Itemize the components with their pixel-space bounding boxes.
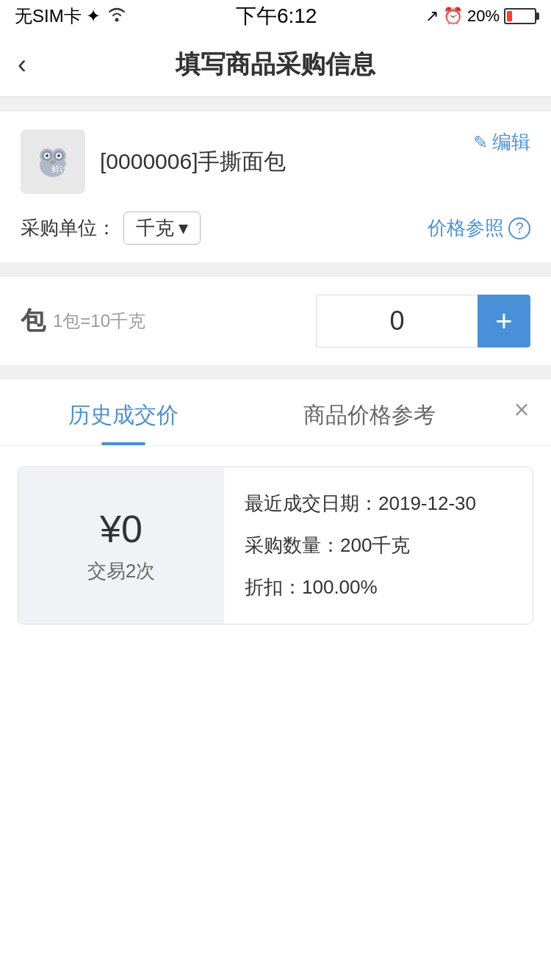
help-icon: ? [508,217,530,239]
price-summary: ¥0 交易2次 [18,467,224,624]
status-time: 下午6:12 [236,2,317,30]
price-details: 最近成交日期：2019-12-30 采购数量：200千克 折扣：100.00% [224,467,533,624]
quantity-increment-button[interactable]: + [478,295,530,347]
section-divider [0,262,551,277]
tab-price-reference[interactable]: 商品价格参考 [246,380,492,445]
unit-conversion: 1包=10千克 [53,309,145,333]
product-left: 鲜计 [0000006]手撕面包 [21,129,286,194]
unit-section: 采购单位： 千克 ▾ [21,212,201,245]
tab-close-button[interactable]: × [492,394,551,431]
price-amount: ¥0 [100,507,143,551]
wifi-icon [107,6,127,26]
status-left: 无SIM卡 ✦ [15,4,127,28]
alarm-icon: ⏰ [443,7,463,26]
quantity-row: 包 1包=10千克 + [0,277,551,365]
purchase-qty-row: 采购数量：200千克 [245,531,512,560]
battery-icon [504,8,536,24]
status-bar: 无SIM卡 ✦ 下午6:12 ↗ ⏰ 20% [0,0,551,32]
unit-label-group: 包 1包=10千克 [21,304,145,338]
product-thumbnail: 鲜计 [21,129,85,194]
svg-point-9 [57,154,60,157]
tabs-container: 历史成交价 商品价格参考 × ¥0 交易2次 最近成交日期：2019-12-30… [0,380,551,980]
edit-icon: ✎ [473,132,488,153]
svg-point-8 [46,154,48,157]
nav-bar: ‹ 填写商品采购信息 [0,32,551,97]
content-area [0,645,551,980]
price-reference-button[interactable]: 价格参照 ? [428,215,530,241]
carrier-text: 无SIM卡 ✦ [15,4,101,28]
trade-count: 交易2次 [87,558,155,584]
quantity-input[interactable] [316,295,478,347]
product-header: 鲜计 [0000006]手撕面包 ✎ 编辑 [21,129,530,194]
svg-point-0 [115,18,119,22]
location-icon: ↗ [425,7,439,26]
product-footer: 采购单位： 千克 ▾ 价格参照 ? [21,212,530,245]
recent-date-row: 最近成交日期：2019-12-30 [245,489,512,518]
tab-history-price[interactable]: 历史成交价 [0,380,246,445]
status-right: ↗ ⏰ 20% [425,7,536,26]
svg-text:鲜计: 鲜计 [51,165,68,173]
tabs-header: 历史成交价 商品价格参考 × [0,380,551,446]
battery-percent: 20% [467,7,500,26]
product-card: 鲜计 [0000006]手撕面包 ✎ 编辑 采购单位： 千克 ▾ 价格参照 ? [0,112,551,262]
back-button[interactable]: ‹ [18,49,26,80]
page-title: 填写商品采购信息 [176,48,375,82]
battery-fill [507,11,512,21]
product-name: [0000006]手撕面包 [100,149,286,173]
quantity-control: + [316,295,530,347]
chevron-down-icon: ▾ [179,217,188,239]
unit-character: 包 [21,304,46,338]
product-info: [0000006]手撕面包 [100,147,286,177]
discount-row: 折扣：100.00% [245,573,512,602]
history-price-card: ¥0 交易2次 最近成交日期：2019-12-30 采购数量：200千克 折扣：… [18,466,533,624]
unit-label-text: 采购单位： [21,215,116,241]
edit-button[interactable]: ✎ 编辑 [473,129,530,155]
unit-select-dropdown[interactable]: 千克 ▾ [123,212,201,245]
